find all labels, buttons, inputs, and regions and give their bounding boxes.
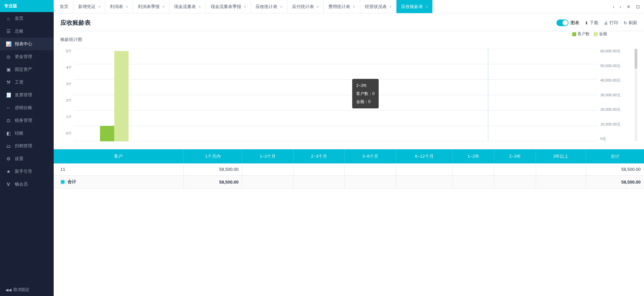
sidebar-item-label: 资金管理 xyxy=(15,54,32,60)
sidebar-item-settings[interactable]: ⚙ 设置 xyxy=(0,152,54,165)
sidebar-item-archive[interactable]: 🗂 归档管理 xyxy=(0,140,54,152)
tab-nav-next[interactable]: › xyxy=(617,0,624,13)
col-23y: 2~3年 xyxy=(494,149,536,163)
chart-scrollbar[interactable] xyxy=(635,49,637,141)
chart-scrollbar-thumb[interactable] xyxy=(635,49,637,69)
invoice-icon: 🧾 xyxy=(5,92,11,98)
sidebar-item-label: 工资 xyxy=(15,79,23,85)
collapse-icon: ◀◀ xyxy=(5,288,11,292)
table-total-row: ▣ 合计 58,500.00 58,500.00 xyxy=(54,176,644,189)
tab-maximize[interactable]: ⊡ xyxy=(633,0,643,13)
sidebar-item-home[interactable]: ⌂ 首页 xyxy=(0,12,54,25)
tab-cashflow-q[interactable]: 现金流量表季报 × xyxy=(206,0,251,13)
tab-ar-stat[interactable]: 应收统计表 × xyxy=(251,0,287,13)
col-12m: 1~2个月 xyxy=(242,149,293,163)
tab-close-profit-q[interactable]: × xyxy=(162,5,164,9)
tab-close-ap-stat[interactable]: × xyxy=(317,5,319,9)
sidebar-item-funds[interactable]: ◎ 资金管理 xyxy=(0,50,54,63)
chart-inner: 1个月内 1~2个月 2~3个月 3~6个月 6~12个月 1~2年 2~3年 … xyxy=(74,49,598,144)
tab-close-cashflow-q[interactable]: × xyxy=(244,5,246,9)
col-total: 合计 xyxy=(586,149,644,163)
chart-toggle-label: 图表 xyxy=(571,20,579,26)
sidebar-item-salary[interactable]: ⚒ 工资 xyxy=(0,76,54,89)
cell-23m xyxy=(293,163,345,176)
tab-close-profit[interactable]: × xyxy=(126,5,128,9)
total-612m xyxy=(396,176,452,189)
tab-close-biz[interactable]: × xyxy=(389,5,391,9)
print-button[interactable]: 🖨 打印 xyxy=(604,20,618,26)
sidebar-item-settle[interactable]: ◧ 结账 xyxy=(0,127,54,140)
cell-12y xyxy=(452,163,494,176)
total-36m xyxy=(345,176,396,189)
chart-legend: 客户数 金额 xyxy=(572,31,607,37)
sidebar-item-label: 税务管理 xyxy=(15,117,32,124)
print-icon: 🖨 xyxy=(604,20,608,26)
tab-profit-q[interactable]: 利润表季报 × xyxy=(133,0,169,13)
cell-total: 58,500.00 xyxy=(586,163,644,176)
sidebar-item-tax[interactable]: ⚖ 税务管理 xyxy=(0,114,54,127)
tab-close-ar-stat[interactable]: × xyxy=(280,5,282,9)
cell-23y xyxy=(494,163,536,176)
sidebar-item-label: 归档管理 xyxy=(15,143,32,149)
total-label: ▣ 合计 xyxy=(54,176,183,189)
sidebar-item-assets[interactable]: ▣ 固定资产 xyxy=(0,63,54,76)
sidebar-item-purchase[interactable]: ↔ 进销台账 xyxy=(0,101,54,114)
sidebar-item-member[interactable]: V 畅会员 xyxy=(0,178,54,191)
bar-amount-1m xyxy=(114,51,129,141)
tab-ar-aging[interactable]: 应收账龄表 × xyxy=(396,0,433,13)
sidebar-footer-toggle[interactable]: ◀◀ 取消固定 xyxy=(0,284,54,296)
total-3yplus xyxy=(536,176,586,189)
tab-close-expense[interactable]: × xyxy=(353,5,355,9)
refresh-button[interactable]: ↻ 刷新 xyxy=(624,20,637,26)
page-content-area: 应收账龄表 图表 ⬇ 下载 🖨 打印 ↻ 刷新 xyxy=(54,13,644,296)
legend-customers-label: 客户数 xyxy=(578,31,590,37)
sidebar-item-invoice[interactable]: 🧾 发票管理 xyxy=(0,89,54,101)
tooltip-amount: 金额：0 xyxy=(356,98,375,106)
toggle-track[interactable] xyxy=(556,19,569,26)
main-content: 首页 新增凭证 × 利润表 × 利润表季报 × 现金流量表 × 现金流量表季报 … xyxy=(54,0,644,296)
bar-customers-1m xyxy=(100,126,114,141)
tab-close-voucher[interactable]: × xyxy=(98,5,100,9)
aging-table: 客户 1个月内 1~2个月 2~3个月 3~6个月 6~12个月 1~2年 2~… xyxy=(54,149,644,189)
chart-svg: 1个月内 1~2个月 2~3个月 3~6个月 6~12个月 1~2年 2~3年 … xyxy=(74,49,598,143)
total-23m xyxy=(293,176,345,189)
chart-tooltip: 2~3年 客户数：0 金额：0 xyxy=(352,79,379,108)
cell-36m xyxy=(345,163,396,176)
tax-icon: ⚖ xyxy=(5,118,11,123)
toggle-thumb xyxy=(562,20,568,26)
sidebar-item-label: 畅会员 xyxy=(15,181,28,187)
tab-close-ar-aging[interactable]: × xyxy=(426,5,428,9)
cell-customer: 11 xyxy=(54,163,183,176)
tab-ap-stat[interactable]: 应付统计表 × xyxy=(287,0,324,13)
refresh-icon: ↻ xyxy=(624,20,627,26)
download-button[interactable]: ⬇ 下载 xyxy=(585,20,598,26)
sidebar-item-label: 进销台账 xyxy=(15,105,32,111)
tab-profit[interactable]: 利润表 × xyxy=(105,0,133,13)
col-1m: 1个月内 xyxy=(183,149,242,163)
tab-nav-prev[interactable]: ‹ xyxy=(610,0,617,13)
app-logo: 专业版 xyxy=(0,0,54,12)
sidebar-item-ledger[interactable]: ☰ 总账 xyxy=(0,25,54,38)
tab-cashflow[interactable]: 现金流量表 × xyxy=(169,0,206,13)
tab-expense[interactable]: 费用统计表 × xyxy=(324,0,360,13)
ledger-icon: ☰ xyxy=(5,29,11,34)
home-icon: ⌂ xyxy=(5,16,11,21)
tab-close-cashflow[interactable]: × xyxy=(199,5,201,9)
sidebar-item-guide[interactable]: ★ 新手引导 xyxy=(0,165,54,178)
table-row: 11 58,500.00 58,500.00 xyxy=(54,163,644,176)
tab-voucher[interactable]: 新增凭证 × xyxy=(73,0,105,13)
tab-biz[interactable]: 经营状况表 × xyxy=(360,0,396,13)
tab-bar: 首页 新增凭证 × 利润表 × 利润表季报 × 现金流量表 × 现金流量表季报 … xyxy=(54,0,644,13)
settle-icon: ◧ xyxy=(5,131,11,136)
legend-amount-dot xyxy=(594,32,598,36)
sidebar-item-reports[interactable]: 📊 报表中心 xyxy=(0,38,54,50)
member-icon: V xyxy=(5,182,11,187)
legend-amount-label: 金额 xyxy=(599,31,607,37)
chart-toggle[interactable]: 图表 xyxy=(556,19,579,26)
assets-icon: ▣ xyxy=(5,67,11,72)
total-12y xyxy=(452,176,494,189)
settings-icon: ⚙ xyxy=(5,156,11,161)
tab-home[interactable]: 首页 xyxy=(55,0,73,13)
col-36m: 3~6个月 xyxy=(345,149,396,163)
tab-close-all[interactable]: ✕ xyxy=(624,0,633,13)
